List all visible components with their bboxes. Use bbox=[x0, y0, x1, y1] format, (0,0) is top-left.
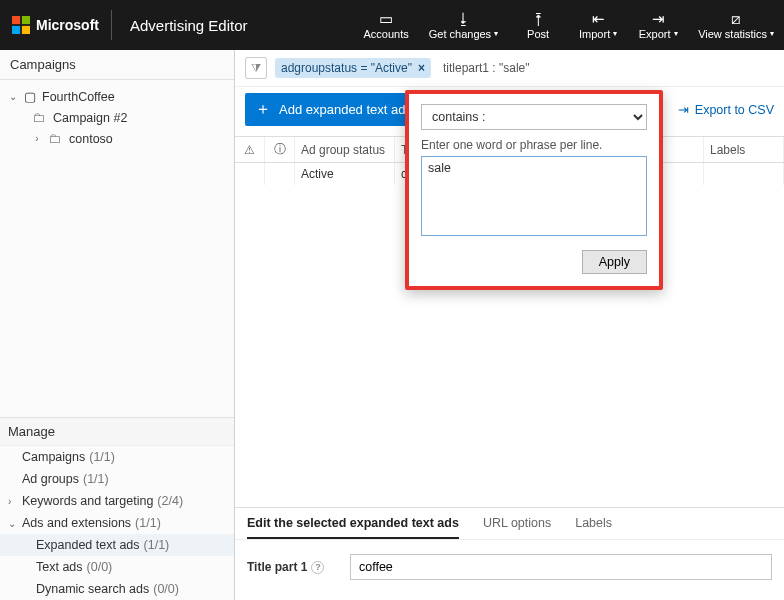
tree-campaign[interactable]: Campaign #2 bbox=[0, 107, 234, 128]
chart-icon: ⧄ bbox=[731, 11, 741, 26]
manage-ads[interactable]: ⌄Ads and extensions (1/1) bbox=[0, 512, 234, 534]
svg-rect-1 bbox=[22, 16, 30, 24]
accounts-icon: ▭ bbox=[379, 11, 393, 26]
chevron-down-icon: ▾ bbox=[613, 29, 617, 38]
add-expanded-text-ad-button[interactable]: ＋Add expanded text ad bbox=[245, 93, 420, 126]
manage-panel-title: Manage bbox=[0, 418, 234, 446]
upload-icon: ⭱ bbox=[531, 11, 546, 26]
campaigns-panel-title: Campaigns bbox=[0, 50, 234, 80]
manage-panel: Manage Campaigns (1/1) Ad groups (1/1) ›… bbox=[0, 417, 234, 600]
accounts-menu[interactable]: ▭Accounts bbox=[354, 0, 419, 50]
export-menu[interactable]: ⇥Export▾ bbox=[628, 0, 688, 50]
column-info[interactable]: ⓘ bbox=[265, 137, 295, 162]
filter-value-input[interactable] bbox=[421, 156, 647, 236]
filter-icon[interactable]: ⧩ bbox=[245, 57, 267, 79]
filter-hint-text: Enter one word or phrase per line. bbox=[421, 138, 647, 152]
warning-icon: ⚠ bbox=[244, 143, 255, 157]
app-header: Microsoft Advertising Editor ▭Accounts ⭳… bbox=[0, 0, 784, 50]
manage-adgroups[interactable]: Ad groups (1/1) bbox=[0, 468, 234, 490]
post-button[interactable]: ⭱Post bbox=[508, 0, 568, 50]
tree-account[interactable]: ⌄▢FourthCoffee bbox=[0, 86, 234, 107]
brand-text: Microsoft bbox=[36, 17, 99, 33]
tree-campaign[interactable]: ›contoso bbox=[0, 128, 234, 149]
manage-campaigns[interactable]: Campaigns (1/1) bbox=[0, 446, 234, 468]
folder-icon bbox=[32, 110, 47, 125]
filter-chip-adgroupstatus[interactable]: adgroupstatus = "Active"× bbox=[275, 58, 431, 78]
manage-dynamic-search-ads[interactable]: Dynamic search ads (0/0) bbox=[0, 578, 234, 600]
expand-icon[interactable]: › bbox=[8, 496, 18, 507]
export-icon: ⇥ bbox=[678, 102, 689, 117]
apply-button[interactable]: Apply bbox=[582, 250, 647, 274]
plus-icon: ＋ bbox=[255, 99, 271, 120]
help-icon[interactable]: ? bbox=[311, 561, 324, 574]
filter-bar: ⧩ adgroupstatus = "Active"× titlepart1 :… bbox=[235, 50, 784, 87]
expand-icon[interactable]: › bbox=[32, 133, 42, 144]
remove-chip-icon[interactable]: × bbox=[418, 61, 425, 75]
microsoft-logo: Microsoft bbox=[0, 16, 111, 34]
export-csv-button[interactable]: ⇥Export to CSV bbox=[678, 102, 774, 117]
svg-rect-2 bbox=[12, 26, 20, 34]
download-icon: ⭳ bbox=[456, 11, 471, 26]
chevron-down-icon: ▾ bbox=[494, 29, 498, 38]
cell-status: Active bbox=[295, 163, 395, 185]
filter-popup: contains : Enter one word or phrase per … bbox=[405, 90, 663, 290]
filter-operator-select[interactable]: contains : bbox=[421, 104, 647, 130]
column-labels[interactable]: Labels bbox=[704, 137, 784, 162]
collapse-icon[interactable]: ⌄ bbox=[8, 518, 18, 529]
svg-rect-3 bbox=[22, 26, 30, 34]
left-panel: Campaigns ⌄▢FourthCoffee Campaign #2 ›co… bbox=[0, 50, 235, 600]
import-menu[interactable]: ⇤Import▾ bbox=[568, 0, 628, 50]
column-ad-group-status[interactable]: Ad group status bbox=[295, 137, 395, 162]
export-icon: ⇥ bbox=[652, 11, 665, 26]
tab-labels[interactable]: Labels bbox=[575, 516, 612, 539]
collapse-icon[interactable]: ⌄ bbox=[8, 91, 18, 102]
manage-text-ads[interactable]: Text ads (0/0) bbox=[0, 556, 234, 578]
column-warning[interactable]: ⚠ bbox=[235, 137, 265, 162]
title-part-1-input[interactable] bbox=[350, 554, 772, 580]
filter-chip-titlepart1[interactable]: titlepart1 : "sale" bbox=[439, 58, 534, 78]
folder-icon bbox=[48, 131, 63, 146]
editor-panel: Edit the selected expanded text ads URL … bbox=[235, 507, 784, 600]
chevron-down-icon: ▾ bbox=[770, 29, 774, 38]
manage-keywords[interactable]: ›Keywords and targeting (2/4) bbox=[0, 490, 234, 512]
get-changes-menu[interactable]: ⭳Get changes▾ bbox=[419, 0, 508, 50]
info-icon: ⓘ bbox=[274, 141, 286, 158]
app-name: Advertising Editor bbox=[112, 17, 266, 34]
svg-rect-0 bbox=[12, 16, 20, 24]
tab-edit[interactable]: Edit the selected expanded text ads bbox=[247, 516, 459, 539]
title-part-1-label: Title part 1? bbox=[247, 560, 332, 574]
view-statistics-menu[interactable]: ⧄View statistics▾ bbox=[688, 0, 784, 50]
campaigns-tree: ⌄▢FourthCoffee Campaign #2 ›contoso bbox=[0, 80, 234, 155]
tab-url-options[interactable]: URL options bbox=[483, 516, 551, 539]
import-icon: ⇤ bbox=[592, 11, 605, 26]
manage-expanded-text-ads[interactable]: Expanded text ads (1/1) bbox=[0, 534, 234, 556]
chevron-down-icon: ▾ bbox=[674, 29, 678, 38]
